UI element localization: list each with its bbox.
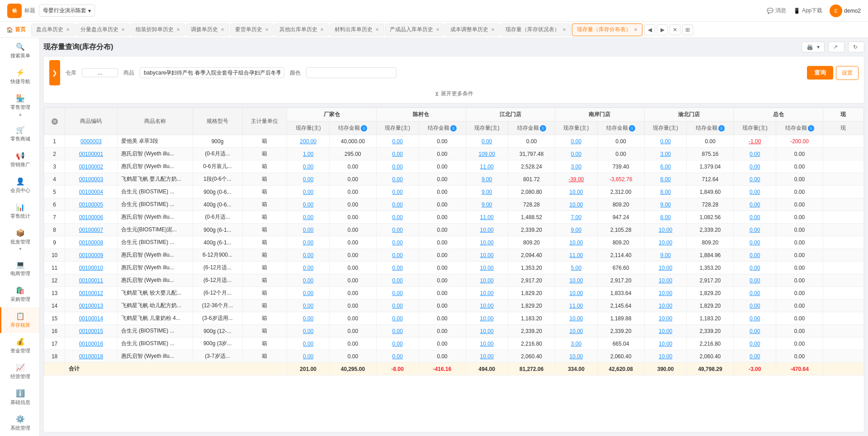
cell-cf-qty[interactable]: 0.00 [287, 186, 330, 198]
cell-yb-qty[interactable]: 10.00 [644, 224, 687, 236]
cell-total-qty[interactable]: 0.00 [734, 338, 776, 350]
cell-code[interactable]: 00100009 [65, 249, 118, 262]
tab-close-all-btn[interactable]: ✕ [670, 24, 680, 35]
cell-total-qty[interactable]: 0.00 [734, 300, 776, 312]
cell-cc-qty[interactable]: 0.00 [376, 186, 419, 198]
cell-cf-qty[interactable]: 0.00 [287, 312, 330, 325]
cell-jb-qty[interactable]: 10.00 [466, 224, 508, 236]
sidebar-item-retail-stats[interactable]: 📊 零售统计 [0, 198, 39, 224]
cell-yb-qty[interactable]: 6.00 [644, 160, 687, 173]
cell-yb-qty[interactable]: 10.00 [644, 262, 687, 274]
cell-cc-qty[interactable]: 0.00 [376, 173, 419, 186]
cell-na-qty[interactable]: 0.00 [555, 148, 598, 160]
sidebar-item-wholesale[interactable]: 📦 批发管理 ▼ [0, 224, 39, 256]
cell-code[interactable]: 00100011 [65, 274, 118, 287]
cell-na-qty[interactable]: 7.00 [555, 211, 598, 224]
color-input[interactable] [306, 67, 396, 78]
message-btn[interactable]: 💬 消息 [767, 7, 786, 14]
cell-jb-qty[interactable]: 9.00 [466, 198, 508, 211]
tab-requisition[interactable]: 要货单历史 ✕ [230, 23, 274, 36]
cell-total-qty[interactable]: 0.00 [734, 186, 776, 198]
cell-cc-qty[interactable]: 0.00 [376, 350, 419, 363]
cell-jb-qty[interactable]: 11.00 [466, 211, 508, 224]
close-icon[interactable]: ✕ [265, 27, 269, 32]
print-btn[interactable]: 🖨️ ▾ [802, 42, 825, 52]
sidebar-item-retail-mgmt[interactable]: 🏪 零售管理 ▲ [0, 89, 39, 121]
cell-total-qty[interactable]: 0.00 [734, 236, 776, 249]
tab-product-in[interactable]: 产成品入库单历史 ✕ [385, 23, 444, 36]
cell-cf-qty[interactable]: 200.00 [287, 135, 330, 148]
cell-code[interactable]: 00100018 [65, 350, 118, 363]
sidebar-item-inventory[interactable]: 📋 库存核算 [0, 307, 39, 333]
collapse-filter-btn[interactable]: ❯ [49, 60, 60, 85]
close-icon[interactable]: ✕ [176, 27, 180, 32]
product-input[interactable] [140, 67, 284, 78]
tab-cost-adjust[interactable]: 成本调整单历史 ✕ [445, 23, 500, 36]
sidebar-item-search[interactable]: 🔍 搜索英单 [0, 38, 39, 64]
cell-jb-qty[interactable]: 9.00 [466, 173, 508, 186]
cell-yb-qty[interactable]: 0.00 [644, 135, 687, 148]
query-btn[interactable]: 查询 [807, 66, 833, 80]
info-icon[interactable]: ① [629, 125, 635, 131]
sidebar-item-ecommerce[interactable]: 💻 电商管理 [0, 256, 39, 281]
tab-expand-btn[interactable]: ⊞ [682, 24, 693, 35]
cell-cf-qty[interactable]: 1.00 [287, 148, 330, 160]
cell-code[interactable]: 00100015 [65, 325, 118, 338]
tab-sub-check[interactable]: 分量盘点单历史 ✕ [75, 23, 130, 36]
cell-yb-qty[interactable]: 10.00 [644, 300, 687, 312]
cell-cf-qty[interactable]: 0.00 [287, 338, 330, 350]
cell-yb-qty[interactable]: 10.00 [644, 338, 687, 350]
close-icon[interactable]: ✕ [320, 27, 324, 32]
store-selector[interactable]: 母婴行业演示陈套 ▾ [39, 5, 95, 17]
cell-yb-qty[interactable]: 10.00 [644, 325, 687, 338]
sidebar-item-system[interactable]: ⚙️ 系统管理 [0, 410, 39, 436]
cell-na-qty[interactable]: 5.00 [555, 262, 598, 274]
cell-code[interactable]: 00100005 [65, 198, 118, 211]
cell-code[interactable]: 00100013 [65, 300, 118, 312]
cell-yb-qty[interactable]: 10.00 [644, 350, 687, 363]
info-icon[interactable]: ① [361, 125, 367, 131]
cell-jb-qty[interactable]: 10.00 [466, 338, 508, 350]
cell-code[interactable]: 00100012 [65, 287, 118, 300]
cell-na-qty[interactable]: 3.00 [555, 160, 598, 173]
cell-cc-qty[interactable]: 0.00 [376, 236, 419, 249]
cell-na-qty[interactable]: 0.00 [555, 135, 598, 148]
tab-home[interactable]: 🏠 首页 [2, 23, 30, 36]
cell-yb-qty[interactable]: 8.00 [644, 211, 687, 224]
cell-yb-qty[interactable]: 8.00 [644, 173, 687, 186]
setting-btn[interactable]: 设置 [836, 66, 859, 80]
cell-cc-qty[interactable]: 0.00 [376, 198, 419, 211]
cell-jb-qty[interactable]: 11.00 [466, 160, 508, 173]
cell-cc-qty[interactable]: 0.00 [376, 312, 419, 325]
cell-total-qty[interactable]: 0.00 [734, 249, 776, 262]
cell-yb-qty[interactable]: 10.00 [644, 312, 687, 325]
close-icon[interactable]: ✕ [436, 27, 439, 32]
cell-na-qty[interactable]: 10.00 [555, 198, 598, 211]
tab-next-btn[interactable]: ▶ [657, 24, 668, 35]
cell-jb-qty[interactable]: 10.00 [466, 249, 508, 262]
cell-cf-qty[interactable]: 0.00 [287, 249, 330, 262]
cell-na-qty[interactable]: 10.00 [555, 350, 598, 363]
cell-total-qty[interactable]: 0.00 [734, 287, 776, 300]
cell-cf-qty[interactable]: 0.00 [287, 224, 330, 236]
tab-stock-status[interactable]: 现存量（库存状况表） ✕ [500, 23, 571, 36]
cell-total-qty[interactable]: 0.00 [734, 274, 776, 287]
close-icon[interactable]: ✕ [562, 27, 566, 32]
cell-code[interactable]: 00100004 [65, 186, 118, 198]
close-icon[interactable]: ✕ [121, 27, 125, 32]
cell-cf-qty[interactable]: 0.00 [287, 236, 330, 249]
cell-total-qty[interactable]: 0.00 [734, 224, 776, 236]
tab-material-out[interactable]: 材料出库单历史 ✕ [330, 23, 384, 36]
close-icon[interactable]: ✕ [221, 27, 224, 32]
cell-code[interactable]: 00100016 [65, 338, 118, 350]
close-icon[interactable]: ✕ [491, 27, 495, 32]
cell-cc-qty[interactable]: 0.00 [376, 224, 419, 236]
app-download-btn[interactable]: 📱 App下载 [793, 7, 822, 14]
cell-total-qty[interactable]: 0.00 [734, 350, 776, 363]
cell-cf-qty[interactable]: 0.00 [287, 262, 330, 274]
cell-code[interactable]: 00100007 [65, 224, 118, 236]
cell-total-qty[interactable]: 0.00 [734, 198, 776, 211]
tab-transfer[interactable]: 调拨单历史 ✕ [186, 23, 229, 36]
cell-total-qty[interactable]: -1.00 [734, 135, 776, 148]
tab-inventory-check[interactable]: 盘点单历史 ✕ [31, 23, 75, 36]
